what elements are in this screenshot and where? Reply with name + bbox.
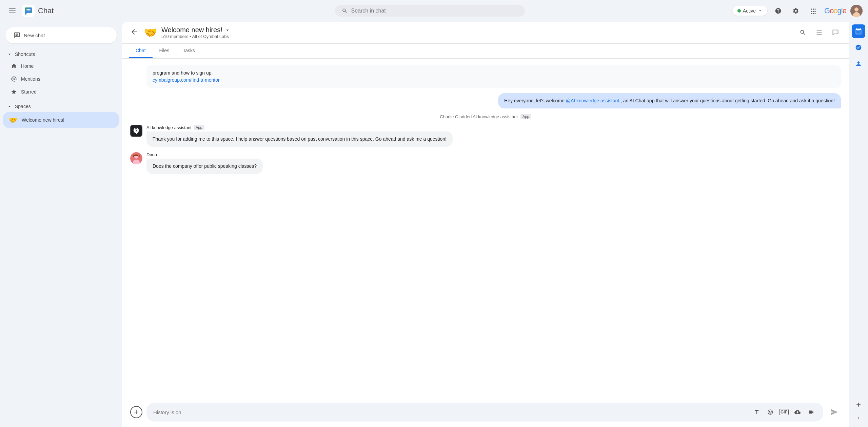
dana-sender: Dana: [146, 152, 841, 157]
topbar: Chat Active: [0, 0, 868, 22]
title-dropdown-icon[interactable]: [224, 27, 231, 33]
chat-title: Welcome new hires!: [161, 26, 792, 34]
ai-message-sender: AI knowledge assistant App: [146, 125, 841, 130]
messages-area: program and how to sign up: cymbalgroup.…: [122, 59, 849, 397]
input-area: GIF: [122, 397, 849, 427]
sidebar-item-mentions[interactable]: Mentions: [3, 73, 119, 85]
home-label: Home: [21, 63, 34, 69]
dana-message-text: Does the company offer public speaking c…: [146, 159, 263, 174]
sidebar-item-starred[interactable]: Starred: [3, 85, 119, 98]
svg-point-8: [854, 7, 859, 12]
chevron-down-icon: [758, 8, 763, 13]
tasks-icon-button[interactable]: [852, 41, 865, 54]
mentions-icon: [11, 76, 17, 82]
settings-button[interactable]: [789, 4, 803, 18]
shortcuts-header[interactable]: Shortcuts: [3, 49, 119, 60]
sidebar-item-welcome-new-hires[interactable]: 🤝 Welcome new hires!: [3, 112, 119, 128]
send-button[interactable]: [827, 405, 841, 419]
right-panel-bottom: ›: [852, 398, 865, 424]
main-layout: New chat Shortcuts Home Mentions: [0, 22, 868, 427]
emoji-button[interactable]: [765, 407, 776, 418]
app-badge: App: [520, 114, 531, 119]
gif-button[interactable]: GIF: [778, 407, 789, 418]
input-actions: GIF: [751, 407, 816, 418]
chat-tabs: Chat Files Tasks: [122, 44, 849, 59]
chat-header-actions: [796, 26, 842, 39]
sidebar: New chat Shortcuts Home Mentions: [0, 22, 122, 427]
sidebar-item-home[interactable]: Home: [3, 60, 119, 73]
apps-button[interactable]: [807, 4, 820, 18]
add-panel-button[interactable]: [852, 398, 865, 411]
ai-message-row: AI knowledge assistant App Thank you for…: [130, 125, 841, 147]
expand-panel-button[interactable]: ›: [856, 414, 861, 422]
active-dot: [737, 9, 741, 13]
message-input-box: GIF: [146, 403, 823, 422]
system-message: Charlie C added AI knowledge assistant A…: [130, 114, 841, 119]
app-title: Chat: [38, 6, 54, 15]
new-chat-icon: [14, 32, 20, 39]
menu-button[interactable]: [5, 4, 19, 18]
tab-files[interactable]: Files: [153, 44, 176, 58]
user-avatar[interactable]: [850, 5, 863, 17]
space-emoji: 🤝: [8, 115, 18, 125]
ai-app-badge: App: [194, 125, 204, 130]
search-messages-button[interactable]: [796, 26, 810, 39]
ai-message-content: AI knowledge assistant App Thank you for…: [146, 125, 841, 147]
svg-point-5: [28, 9, 29, 11]
upload-button[interactable]: [792, 407, 803, 418]
shortcuts-label: Shortcuts: [15, 52, 35, 57]
search-icon: [342, 8, 348, 14]
ai-avatar: [130, 125, 142, 137]
svg-rect-0: [9, 8, 16, 9]
svg-point-4: [26, 9, 28, 11]
app-logo-icon: [22, 5, 35, 17]
spaces-header[interactable]: Spaces: [3, 101, 119, 112]
view-toggle-button[interactable]: [812, 26, 826, 39]
new-chat-label: New chat: [24, 33, 45, 38]
main-content: 🤝 Welcome new hires! 510 members • All o…: [122, 22, 849, 427]
space-name: Welcome new hires!: [22, 117, 64, 123]
chat-subtitle: 510 members • All of Cymbal Labs: [161, 34, 792, 39]
chevron-down-spaces-icon: [7, 104, 12, 109]
new-chat-button[interactable]: New chat: [5, 27, 117, 43]
topbar-left: Chat: [5, 4, 127, 18]
svg-rect-2: [9, 13, 16, 13]
chat-header: 🤝 Welcome new hires! 510 members • All o…: [122, 22, 849, 44]
space-header-emoji: 🤝: [144, 26, 157, 39]
home-icon: [11, 63, 17, 69]
ai-message-text: Thank you for adding me to this space. I…: [146, 131, 453, 147]
right-message-bubble: Hey everyone, let's welcome @AI knowledg…: [498, 93, 841, 108]
threads-button[interactable]: [829, 26, 842, 39]
help-button[interactable]: [771, 4, 785, 18]
add-content-button[interactable]: [130, 406, 142, 418]
search-bar[interactable]: [335, 5, 525, 17]
dana-message-content: Dana Does the company offer public speak…: [146, 152, 841, 174]
chevron-down-icon: [7, 52, 12, 57]
tab-chat[interactable]: Chat: [129, 44, 153, 58]
topbar-right: Active Google: [733, 4, 863, 18]
tab-tasks[interactable]: Tasks: [176, 44, 202, 58]
video-button[interactable]: [806, 407, 816, 418]
spaces-label: Spaces: [15, 104, 31, 109]
starred-label: Starred: [21, 89, 37, 95]
dana-message-row: Dana Does the company offer public speak…: [130, 152, 841, 174]
search-input[interactable]: [351, 8, 518, 14]
active-status-button[interactable]: Active: [733, 6, 767, 16]
partial-message: program and how to sign up: cymbalgroup.…: [146, 65, 841, 88]
format-text-button[interactable]: [751, 407, 762, 418]
ai-mention: @AI knowledge assistant: [566, 98, 619, 103]
calendar-icon-button[interactable]: [852, 24, 865, 38]
right-message-row: Hey everyone, let's welcome @AI knowledg…: [130, 93, 841, 108]
topbar-search: [132, 5, 729, 17]
right-panel: ›: [849, 22, 868, 427]
contacts-icon-button[interactable]: [852, 57, 865, 70]
active-label: Active: [743, 8, 756, 14]
chat-header-info: Welcome new hires! 510 members • All of …: [161, 26, 792, 39]
google-logo: Google: [824, 6, 846, 15]
message-input[interactable]: [153, 409, 747, 415]
svg-point-6: [29, 9, 31, 11]
shortcuts-section: Shortcuts Home Mentions Starred: [3, 49, 119, 98]
mentor-link[interactable]: cymbalgroup.com/find-a-mentor: [153, 77, 220, 83]
back-button[interactable]: [129, 26, 140, 39]
star-icon: [11, 89, 17, 95]
